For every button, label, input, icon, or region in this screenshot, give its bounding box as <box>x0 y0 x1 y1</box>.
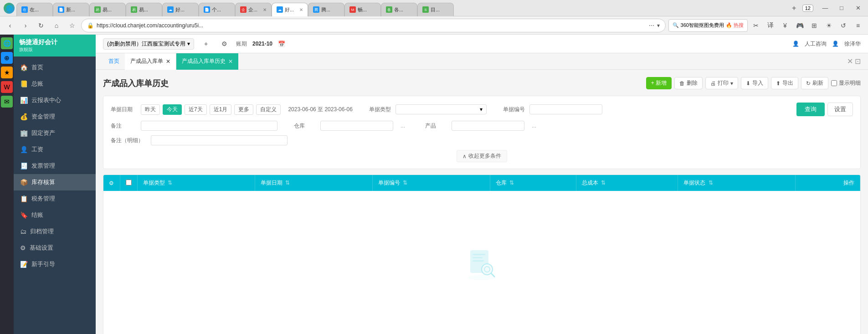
delete-button[interactable]: 🗑 删除 <box>674 77 703 89</box>
browser-tab-5[interactable]: ☁ 好... <box>162 3 199 16</box>
show-detail-checkbox[interactable] <box>831 80 837 86</box>
print-button[interactable]: 🖨 打印 ▾ <box>705 77 738 89</box>
company-selector[interactable]: (勿删勿禁用）江西服宝测试专用 ▾ <box>103 38 194 50</box>
search-button[interactable]: 查询 <box>796 103 825 116</box>
th-total-cost[interactable]: 总成本 ⇅ <box>576 175 678 191</box>
collapse-button[interactable]: ∧ 收起更多条件 <box>457 150 507 162</box>
breadcrumb-tab-history[interactable]: 产成品入库单历史 ✕ <box>176 53 238 70</box>
warehouse-filter-input[interactable] <box>320 121 393 131</box>
remark-filter-input[interactable] <box>141 121 277 131</box>
breadcrumb-home[interactable]: 首页 <box>103 53 125 70</box>
nav-header: 畅捷通好会计 旗舰版 <box>14 35 96 57</box>
nav-item-salary[interactable]: 👤 工资 <box>14 141 96 158</box>
refresh-button[interactable]: ↻ <box>35 19 47 32</box>
back-button[interactable]: ‹ <box>4 19 16 32</box>
th-gear[interactable]: ⚙ <box>103 175 120 191</box>
nav-item-invoice[interactable]: 🧾 发票管理 <box>14 158 96 174</box>
nav-item-archive[interactable]: 🗂 归档管理 <box>14 223 96 240</box>
new-button[interactable]: + 新增 <box>646 77 672 89</box>
browser-tab-6[interactable]: 📄 个... <box>199 3 235 16</box>
browser-tab-1[interactable]: 在 在... <box>16 3 53 16</box>
maximize-button[interactable]: □ <box>835 2 848 15</box>
nav-item-inventory[interactable]: 📦 库存核算 <box>14 174 96 190</box>
nav-item-guide[interactable]: 📝 新手引导 <box>14 256 96 272</box>
date-btn-custom[interactable]: 自定义 <box>256 104 281 115</box>
browser-tab-11[interactable]: 各 各... <box>381 3 417 16</box>
game-tool[interactable]: 🎮 <box>793 19 806 32</box>
thin-app-2[interactable]: ⊕ <box>1 52 13 64</box>
select-all-checkbox[interactable] <box>126 180 132 185</box>
import-button[interactable]: ⬇ 导入 <box>741 77 768 89</box>
nav-item-funds[interactable]: 💰 资金管理 <box>14 108 96 125</box>
minimize-button[interactable]: — <box>819 2 832 15</box>
th-number[interactable]: 单据编号 ⇅ <box>372 175 490 191</box>
date-btn-7days[interactable]: 近7天 <box>185 104 207 115</box>
calendar-icon[interactable]: 📅 <box>278 41 285 47</box>
th-checkbox[interactable] <box>120 175 137 191</box>
close-button[interactable]: ✕ <box>852 2 864 15</box>
thin-app-mail[interactable]: ✉ <box>1 96 13 108</box>
th-type[interactable]: 单据类型 ⇅ <box>137 175 255 191</box>
browser-tab-12[interactable]: S 目... <box>417 3 454 16</box>
nav-item-tax[interactable]: 📋 税务管理 <box>14 190 96 207</box>
browser-tab-9[interactable]: 腾 腾... <box>308 3 344 16</box>
thin-app-3[interactable]: ★ <box>1 67 13 78</box>
nav-item-home[interactable]: 🏠 首页 <box>14 59 96 76</box>
date-btn-more[interactable]: 更多 <box>234 104 253 115</box>
type-select[interactable]: ▾ <box>395 104 487 114</box>
browser-tab-7[interactable]: 企 企... ✕ <box>235 3 272 16</box>
forward-button[interactable]: › <box>19 19 32 32</box>
number-filter-input[interactable] <box>529 104 602 114</box>
thin-app-browser[interactable]: 🌐 <box>1 37 13 49</box>
browser-tab-8[interactable]: ☁ 好... ✕ <box>272 3 308 16</box>
theme-tool[interactable]: ☀ <box>822 19 835 32</box>
cut-tool[interactable]: ✂ <box>750 19 762 32</box>
th-warehouse[interactable]: 仓库 ⇅ <box>490 175 576 191</box>
translate-tool[interactable]: 译 <box>764 19 777 32</box>
nav-item-assets[interactable]: 🏢 固定资产 <box>14 125 96 141</box>
dropdown-icon[interactable]: ▾ <box>657 22 660 29</box>
panel-expand-icon[interactable]: ⊡ <box>855 57 861 66</box>
add-company-button[interactable]: + <box>200 37 212 50</box>
url-bar[interactable]: 🔒 https://cloud.chanjet.com/accounting/u… <box>81 19 666 32</box>
tab-close-8[interactable]: ✕ <box>299 7 303 12</box>
search-bar[interactable]: 🔍 360智能抠图免费用 🔥 热搜 <box>668 19 748 32</box>
panel-close-icon[interactable]: ✕ <box>847 57 853 66</box>
setting-button[interactable]: 设置 <box>827 103 853 116</box>
sync-tool[interactable]: ↺ <box>837 19 850 32</box>
breadcrumb-list-close[interactable]: ✕ <box>166 58 170 65</box>
nav-item-closing[interactable]: 🔖 结账 <box>14 207 96 223</box>
thin-app-weibo[interactable]: W <box>1 81 13 93</box>
product-more[interactable]: ... <box>528 123 540 129</box>
date-btn-1month[interactable]: 近1月 <box>210 104 232 115</box>
date-btn-today[interactable]: 今天 <box>163 104 182 115</box>
breadcrumb-history-close[interactable]: ✕ <box>228 58 233 65</box>
date-btn-yesterday[interactable]: 昨天 <box>141 104 160 115</box>
nav-item-reports[interactable]: 📊 云报表中心 <box>14 92 96 108</box>
refresh-button[interactable]: ↻ 刷新 <box>801 77 828 89</box>
warehouse-more[interactable]: ... <box>397 123 409 129</box>
show-detail-toggle[interactable]: 显示明细 <box>831 79 861 87</box>
home-button[interactable]: ⌂ <box>50 19 63 32</box>
product-filter-input[interactable] <box>452 121 524 131</box>
new-tab-button[interactable]: + <box>788 2 801 15</box>
th-date[interactable]: 单据日期 ⇅ <box>255 175 372 191</box>
tab-label-4: 易... <box>139 6 148 13</box>
th-number-sort: ⇅ <box>403 180 407 186</box>
grid-tool[interactable]: ⊞ <box>808 19 821 32</box>
browser-tab-2[interactable]: 📄 新... <box>53 3 89 16</box>
browser-tab-3[interactable]: 易 易... <box>89 3 126 16</box>
export-button[interactable]: ⬆ 导出 <box>771 77 798 89</box>
browser-tab-10[interactable]: M 畅... <box>344 3 381 16</box>
browser-tab-4[interactable]: 易 易... <box>126 3 162 16</box>
nav-item-settings[interactable]: ⚙ 基础设置 <box>14 240 96 256</box>
tab-close-7[interactable]: ✕ <box>263 7 267 12</box>
breadcrumb-tab-list[interactable]: 产成品入库单 ✕ <box>125 53 176 70</box>
currency-tool[interactable]: ¥ <box>779 19 791 32</box>
settings-button[interactable]: ⚙ <box>218 37 231 50</box>
nav-item-ledger[interactable]: 📒 总账 <box>14 76 96 92</box>
detail-remark-input[interactable] <box>151 135 288 145</box>
bookmark-button[interactable]: ☆ <box>66 19 78 32</box>
more-tool[interactable]: ≡ <box>852 19 864 32</box>
th-status[interactable]: 单据状态 ⇅ <box>678 175 796 191</box>
